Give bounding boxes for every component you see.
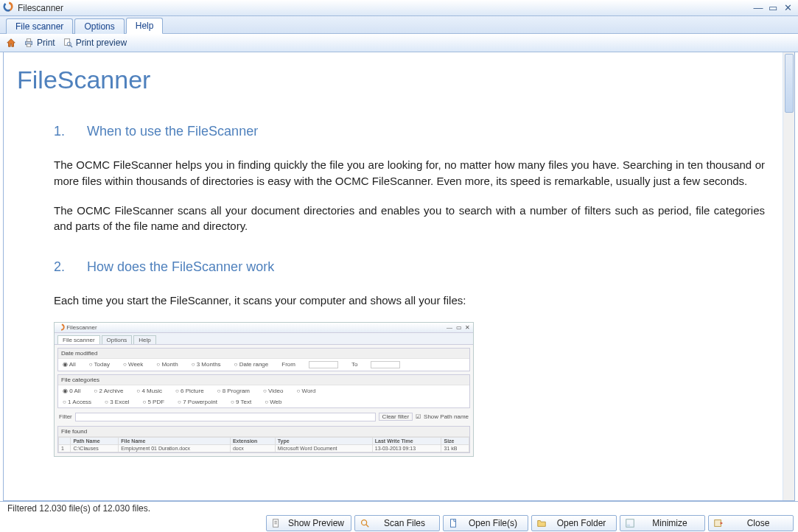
close-window-button[interactable]: ✕ — [780, 2, 795, 13]
shot-tab: Help — [133, 335, 155, 344]
open-files-button[interactable]: Open File(s) — [443, 515, 528, 531]
statusbar: Filtered 12.030 file(s) of 12.030 files.… — [0, 501, 798, 532]
shot-files-label: File found — [58, 427, 469, 437]
titlebar: Filescanner — ▭ ✕ — [0, 0, 798, 16]
app-logo-icon — [3, 1, 13, 14]
shot-radio: 0 All — [63, 388, 80, 394]
close-app-icon — [713, 518, 724, 528]
window-title: Filescanner — [18, 3, 751, 13]
shot-tab: Options — [102, 335, 133, 344]
open-folder-button[interactable]: Open Folder — [531, 515, 617, 531]
print-button[interactable]: Print — [24, 38, 55, 48]
section-how: 2. How does the FileScanner work Each ti… — [54, 259, 765, 457]
shot-files-table: Path Name File Name Extension Type Last … — [58, 437, 469, 452]
svg-rect-18 — [715, 520, 721, 527]
shot-radio: Web — [265, 399, 281, 405]
scrollbar[interactable] — [783, 52, 794, 500]
shot-group-label: Date modified — [58, 349, 469, 359]
shot-radio: All — [63, 361, 76, 368]
shot-radio: 1 Access — [63, 399, 91, 405]
section-heading: 1. When to use the FileScanner — [54, 124, 765, 139]
shot-radio: Month — [156, 361, 178, 368]
section-title: When to use the FileScanner — [87, 124, 258, 139]
help-viewport: FileScanner 1. When to use the FileScann… — [3, 52, 795, 501]
close-button[interactable]: Close — [708, 515, 794, 531]
shot-radio: Week — [123, 361, 143, 368]
shot-radio: 2 Archive — [94, 388, 123, 394]
scan-files-button[interactable]: Scan Files — [354, 515, 440, 531]
svg-line-14 — [366, 525, 369, 528]
button-label: Open Folder — [551, 518, 612, 528]
tab-help[interactable]: Help — [126, 18, 164, 34]
minimize-icon — [625, 518, 635, 528]
shot-radio: 8 Program — [217, 388, 250, 394]
svg-rect-3 — [27, 39, 30, 42]
shot-radio: 4 Music — [136, 388, 162, 394]
section-para: The OCMC FileScanner scans all your docu… — [54, 203, 765, 235]
svg-point-13 — [362, 520, 367, 525]
shot-from-label: From — [281, 361, 295, 368]
svg-rect-4 — [27, 44, 30, 47]
minimize-button[interactable]: Minimize — [620, 515, 705, 531]
show-preview-button[interactable]: Show Preview — [266, 515, 351, 531]
file-icon — [448, 518, 458, 528]
magnifier-icon — [360, 518, 370, 528]
section-para: The OCMC FileScanner helps you in findin… — [54, 157, 765, 189]
toolbar: Print Print preview — [0, 34, 798, 52]
shot-radio: 5 PDF — [142, 399, 164, 405]
tab-options[interactable]: Options — [74, 18, 124, 34]
shot-title: Filescanner — [66, 324, 97, 331]
embedded-screenshot: Filescanner — ▭ ✕ File scanner Options H… — [54, 322, 474, 457]
shot-radio: Word — [296, 388, 315, 394]
shot-clear-filter: Clear filter — [379, 413, 413, 421]
shot-radio: Today — [89, 361, 110, 368]
shot-radio: Video — [263, 388, 283, 394]
printer-icon — [24, 38, 34, 48]
shot-radio: 9 Text — [231, 399, 251, 405]
button-label: Open File(s) — [463, 518, 523, 528]
doc-h1: FileScanner — [17, 66, 780, 94]
button-row: Show Preview Scan Files Open File(s) Ope… — [0, 515, 798, 532]
status-text: Filtered 12.030 file(s) of 12.030 files. — [0, 502, 798, 515]
button-label: Close — [728, 518, 788, 528]
print-preview-icon — [63, 38, 73, 48]
home-button[interactable] — [6, 38, 16, 48]
svg-rect-15 — [451, 519, 456, 528]
section-title: How does the FileScanner work — [87, 259, 274, 274]
folder-icon — [536, 518, 547, 528]
tab-file-scanner[interactable]: File scanner — [6, 18, 73, 34]
scrollbar-thumb[interactable] — [785, 54, 794, 113]
shot-radio: 7 Powerpoint — [178, 399, 217, 405]
document-icon — [271, 518, 281, 528]
minimize-window-button[interactable]: — — [751, 2, 766, 13]
svg-rect-17 — [627, 525, 630, 527]
shot-group-label: File categories — [58, 375, 469, 385]
print-label: Print — [37, 38, 55, 48]
section-number: 1. — [54, 124, 83, 139]
section-number: 2. — [54, 259, 83, 275]
button-label: Scan Files — [374, 518, 435, 528]
section-when: 1. When to use the FileScanner The OCMC … — [54, 124, 765, 234]
help-content: FileScanner 1. When to use the FileScann… — [4, 52, 783, 500]
print-preview-button[interactable]: Print preview — [63, 38, 127, 48]
button-label: Show Preview — [286, 518, 346, 528]
shot-radio: 6 Picture — [175, 388, 204, 394]
main-tabs: File scanner Options Help — [0, 16, 798, 34]
shot-radio: Date range — [234, 361, 269, 368]
shot-filter-label: Filter — [59, 413, 72, 420]
print-preview-label: Print preview — [76, 38, 127, 48]
shot-filter-input — [75, 413, 376, 421]
svg-point-8 — [58, 325, 64, 331]
button-label: Minimize — [640, 518, 700, 528]
shot-tab: File scanner — [57, 335, 100, 344]
shot-radio: 3 Excel — [105, 399, 129, 405]
shot-to-label: To — [351, 361, 357, 368]
shot-show-path: Show Path name — [424, 413, 469, 420]
section-heading: 2. How does the FileScanner work — [54, 259, 765, 275]
maximize-window-button[interactable]: ▭ — [766, 2, 780, 13]
svg-rect-9 — [273, 519, 279, 528]
home-icon — [6, 38, 16, 48]
shot-radio: 3 Months — [192, 361, 221, 368]
svg-line-7 — [70, 46, 72, 48]
section-para: Each time you start the FileScanner, it … — [54, 293, 765, 309]
